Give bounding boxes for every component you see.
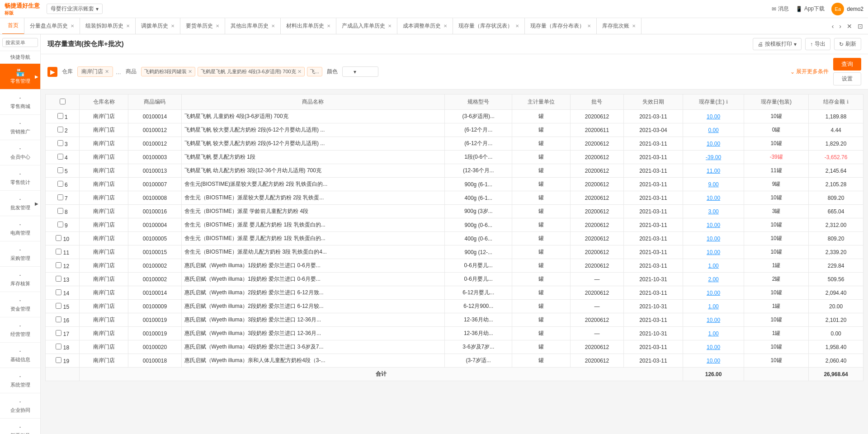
product-tag-remove-0[interactable]: ✕ — [188, 69, 192, 75]
sidebar-item-8[interactable]: · 库存核算 — [0, 267, 40, 292]
top-right-actions: ✉ 消息 📱 App下载 Ea demo2 — [772, 3, 863, 15]
row-expire: 2021-03-11 — [623, 259, 683, 273]
tab-10[interactable]: 现存量（库存分布表）✕ — [525, 18, 597, 34]
sidebar-item-12[interactable]: · 系统管理 — [0, 368, 40, 393]
table-row: 1南岸门店00100014飞鹤星飞帆 儿童奶粉 4段(3-6岁适用) 700克(… — [46, 110, 863, 123]
row-amount: 2,312.00 — [809, 218, 863, 232]
print-btn[interactable]: 🖨 按模板打印 ▾ — [753, 38, 802, 50]
row-qty-main: 1.00 — [683, 327, 744, 340]
row-check: 11 — [46, 245, 80, 259]
sidebar-item-4[interactable]: · 零售统计 — [0, 165, 40, 191]
sidebar-item-7[interactable]: · 采购管理 — [0, 241, 40, 267]
row-warehouse: 南岸门店 — [80, 123, 128, 137]
tab-close-1-icon[interactable]: ✕ — [71, 24, 74, 28]
row-qty-pkg: 10罐 — [744, 191, 809, 205]
row-qty-pkg: 1罐 — [744, 300, 809, 313]
tab-8[interactable]: 成本调整单历史✕ — [397, 18, 453, 34]
menu-icon: · — [19, 271, 21, 279]
info-icon[interactable]: ℹ — [847, 99, 849, 104]
sidebar-item-6[interactable]: · 电商管理 — [0, 216, 40, 241]
row-code: 00100002 — [128, 273, 181, 286]
row-qty-pkg: 10罐 — [744, 354, 809, 368]
row-check: 8 — [46, 205, 80, 218]
tab-close-5-icon[interactable]: ✕ — [271, 24, 275, 28]
refresh-btn[interactable]: ↻ 刷新 — [834, 38, 861, 50]
tab-close-2-icon[interactable]: ✕ — [126, 24, 130, 28]
tab-7[interactable]: 产成品入库单历史✕ — [336, 18, 397, 34]
workspace-selector[interactable]: 母婴行业演示账套 ▾ — [47, 4, 103, 14]
sidebar-item-9[interactable]: · 资金管理 — [0, 292, 40, 317]
tab-2[interactable]: 组装拆卸单历史✕ — [80, 18, 136, 34]
tab-menu-btn[interactable]: ⊡ — [855, 23, 866, 30]
sidebar-item-2[interactable]: · 营销推广 — [0, 115, 40, 140]
query-btn[interactable]: 查询 — [833, 58, 861, 71]
message-btn[interactable]: ✉ 消息 — [772, 5, 789, 13]
row-code: 00100020 — [128, 340, 181, 354]
tab-close-3-icon[interactable]: ✕ — [171, 24, 175, 28]
tab-3[interactable]: 调拨单历史✕ — [136, 18, 180, 34]
sidebar-item-5[interactable]: · 批发管理▶ — [0, 191, 40, 216]
row-code: 00100003 — [128, 151, 181, 164]
search-input[interactable] — [2, 38, 38, 47]
filter-toggle-btn[interactable]: ▶ — [47, 67, 57, 77]
tab-1[interactable]: 分量盘点单历史✕ — [24, 18, 80, 34]
tab-close-7-icon[interactable]: ✕ — [388, 24, 392, 28]
warehouse-tag-remove[interactable]: ✕ — [105, 69, 109, 75]
sidebar-item-14[interactable]: · 新手引导 — [0, 419, 40, 434]
sidebar-item-1[interactable]: · 零售商城 — [0, 90, 40, 115]
setting-btn[interactable]: 设置 — [833, 72, 861, 85]
product-tag-remove-1[interactable]: ✕ — [297, 69, 302, 75]
row-spec: 900g (6-1... — [445, 178, 512, 191]
chevron-down-icon: ⌄ — [790, 69, 795, 75]
tab-11[interactable]: 库存批次账✕ — [597, 18, 642, 34]
sidebar-quick-nav[interactable]: 快捷导航 — [0, 51, 40, 64]
tab-close-11-icon[interactable]: ✕ — [632, 24, 636, 28]
page-title: 现存量查询(按仓库+批次) — [47, 40, 124, 48]
select-all-checkbox[interactable] — [60, 99, 66, 104]
row-amount: 20.00 — [809, 300, 863, 313]
sidebar-item-10[interactable]: · 经营管理 — [0, 317, 40, 343]
row-qty-main: 10.00 — [683, 110, 744, 123]
tab-0[interactable]: 首页 — [2, 18, 24, 34]
sidebar-item-13[interactable]: · 企业协同 — [0, 393, 40, 419]
export-btn[interactable]: ↑ 导出 — [805, 38, 830, 50]
tab-close-10-icon[interactable]: ✕ — [587, 24, 591, 28]
tab-close-4-icon[interactable]: ✕ — [216, 24, 219, 28]
row-amount: 2,145.64 — [809, 164, 863, 178]
user-area[interactable]: Ea demo2 — [831, 3, 863, 15]
tab-next-btn[interactable]: › — [836, 23, 844, 30]
row-amount: 1,958.40 — [809, 340, 863, 354]
tab-4[interactable]: 要货单历史✕ — [180, 18, 225, 34]
tab-5[interactable]: 其他出库单历史✕ — [225, 18, 281, 34]
tab-6[interactable]: 材料出库单历史✕ — [281, 18, 336, 34]
row-expire: 2021-03-11 — [623, 137, 683, 151]
color-dropdown[interactable]: ▾ — [342, 66, 378, 77]
row-warehouse: 南岸门店 — [80, 313, 128, 327]
row-spec: 900g (0-6... — [445, 218, 512, 232]
row-warehouse: 南岸门店 — [80, 259, 128, 273]
tab-9[interactable]: 现存量（库存状况表）✕ — [453, 18, 525, 34]
row-batch: — — [571, 300, 623, 313]
sidebar-item-0[interactable]: 🏪 零售管理▶ — [0, 64, 40, 90]
expand-more-btn[interactable]: ⌄ 展开更多条件 — [790, 68, 829, 75]
row-batch: 20200612 — [571, 245, 623, 259]
row-expire: 2021-03-11 — [623, 340, 683, 354]
tab-close-btn[interactable]: ✕ — [844, 23, 855, 30]
row-qty-main: -39.00 — [683, 151, 744, 164]
row-amount: 2,094.40 — [809, 286, 863, 300]
sidebar-item-3[interactable]: · 会员中心 — [0, 140, 40, 165]
sidebar-item-11[interactable]: · 基础信息 — [0, 343, 40, 368]
info-icon[interactable]: ℹ — [726, 99, 728, 104]
top-bar: 畅捷通好生意 标版 母婴行业演示账套 ▾ ✉ 消息 📱 App下载 Ea dem… — [0, 0, 868, 18]
tab-close-6-icon[interactable]: ✕ — [327, 24, 330, 28]
tab-close-8-icon[interactable]: ✕ — [443, 24, 447, 28]
row-spec: 12-36月幼... — [445, 327, 512, 340]
row-expire: 2021-03-11 — [623, 151, 683, 164]
app-download-btn[interactable]: 📱 App下载 — [796, 5, 825, 13]
row-unit: 罐 — [512, 191, 571, 205]
tab-prev-btn[interactable]: ‹ — [829, 23, 837, 30]
tab-close-9-icon[interactable]: ✕ — [515, 24, 519, 28]
warehouse-more[interactable]: ... — [116, 68, 121, 75]
row-name: 飞鹤星飞帆 较大婴儿配方奶粉 2段(6-12个月婴幼儿适用) ... — [181, 137, 445, 151]
row-qty-pkg: 10罐 — [744, 245, 809, 259]
